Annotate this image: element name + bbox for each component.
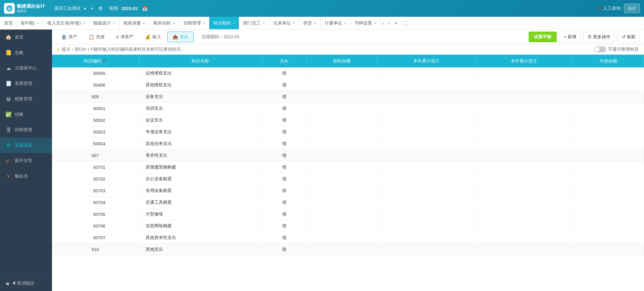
cell-direction: 借: [262, 79, 306, 91]
tab-counterpart-label: 往来单位: [273, 20, 291, 26]
table-row[interactable]: 50707 其他资本性支出 借: [52, 232, 644, 244]
cell-code: 50406: [52, 79, 139, 91]
sidebar-item-cloud-report[interactable]: ☁ 云报表中心: [0, 60, 52, 76]
tab-period-end[interactable]: 期末结转 ×: [149, 17, 179, 30]
sidebar-item-archive[interactable]: 🗄 归档管理: [0, 122, 52, 138]
cell-ytd-debit: [377, 79, 475, 91]
cell-ytd-credit: [475, 114, 573, 126]
tab-mid-period[interactable]: ई(中期) ×: [17, 17, 43, 30]
sub-tab-expense-label: 支出: [180, 34, 189, 40]
tab-template[interactable]: 模版设计 ×: [89, 17, 119, 30]
sidebar-item-close-account[interactable]: ✅ 结账: [0, 107, 52, 122]
sub-tab-liabilities[interactable]: 📋 负债: [84, 32, 110, 42]
tab-inventory[interactable]: 存货 ×: [299, 17, 320, 30]
table-body: 50405 运维维权支出 借 50406 其他维权支出 借 505 业务支出 借…: [52, 67, 644, 255]
sidebar-item-invoice[interactable]: 🧾 发票管理: [0, 76, 52, 91]
tab-inventory-close[interactable]: ×: [314, 21, 316, 25]
iam-badge[interactable]: iAM *: [534, 20, 556, 30]
tab-archive-close[interactable]: ×: [203, 21, 205, 25]
tab-mid-period-label: ई(中期): [21, 20, 35, 26]
tab-tax-table-close[interactable]: ×: [143, 21, 145, 25]
cell-code: 50502: [52, 114, 139, 126]
cell-year-start-balance: [573, 161, 644, 173]
table-row[interactable]: 50704 交通工具购置 借: [52, 197, 644, 208]
member-icon: V: [5, 174, 11, 178]
tab-counterpart-close[interactable]: ×: [293, 21, 295, 25]
tab-subject-init[interactable]: 科目期初 ×: [209, 17, 239, 30]
sub-tab-equity-label: 净资产: [120, 34, 133, 40]
table-row[interactable]: 505 业务支出 借: [52, 91, 644, 103]
table-row[interactable]: 510 其他支出 借: [52, 244, 644, 255]
table-row[interactable]: 50701 房屋建筑物购建 借: [52, 161, 644, 173]
toolbar-right: 试算平衡 + 新增 ☰ 更多操作 ↺ 刷新: [529, 32, 640, 42]
toggle-knob: [595, 47, 599, 52]
sidebar: 🏠 首页 📒 总账 ☁ 云报表中心 🧾 发票管理 🏛 税务管理 ✅ 结账 🗄 归…: [0, 30, 52, 291]
tab-archive-mgmt[interactable]: 归档管理 ×: [179, 17, 209, 30]
tab-tax-table[interactable]: 税表清册 ×: [119, 17, 149, 30]
add-company-btn[interactable]: ＋: [90, 5, 95, 12]
table-row[interactable]: 50703 专用设备购置 借: [52, 185, 644, 197]
tab-next-btn[interactable]: ›: [386, 17, 392, 30]
tab-period-end-close[interactable]: ×: [173, 21, 175, 25]
add-btn[interactable]: + 新增: [559, 32, 581, 42]
cell-opening-balance: [306, 185, 377, 197]
tab-home[interactable]: 首页: [0, 17, 17, 30]
balance-btn[interactable]: 试算平衡: [529, 32, 557, 42]
table-row[interactable]: 50502 会议支出 借: [52, 114, 644, 126]
calendar-icon[interactable]: 📅: [142, 6, 148, 11]
tab-mid-period-close[interactable]: ×: [37, 21, 39, 25]
sub-tab-equity[interactable]: ≡ 净资产: [111, 32, 139, 42]
cell-name: 培训支出: [139, 103, 262, 114]
disable-toggle[interactable]: [594, 46, 606, 52]
help-btn[interactable]: 🎧 人工咨询: [596, 5, 621, 11]
table-row[interactable]: 50705 大型修缮 借: [52, 208, 644, 220]
table-row[interactable]: 50405 运维维权支出 借: [52, 67, 644, 79]
tab-income-annual-close[interactable]: ×: [83, 21, 85, 25]
table-row[interactable]: 50504 其他业务支出 借: [52, 138, 644, 150]
table-row[interactable]: 507 资本性支出 借: [52, 150, 644, 161]
cell-ytd-debit: [377, 232, 475, 244]
table-row[interactable]: 50501 培训支出 借: [52, 103, 644, 114]
tab-income-annual[interactable]: 收入支出表(年报) ×: [43, 17, 89, 30]
tab-currency[interactable]: 币种设置 ×: [351, 17, 380, 30]
sidebar-item-member[interactable]: V 畅会员: [0, 168, 52, 184]
tab-dept-staff-close[interactable]: ×: [263, 21, 265, 25]
account-btn[interactable]: 会计: [624, 4, 640, 13]
sidebar-collapse-btn[interactable]: ◀ ◀ 取消固定: [0, 275, 52, 291]
sub-tab-assets[interactable]: 🏦 资产: [56, 32, 82, 42]
sub-tab-income[interactable]: 💰 收入: [140, 32, 166, 42]
table-row[interactable]: 50406 其他维权支出 借: [52, 79, 644, 91]
tab-unit-close[interactable]: ×: [344, 21, 346, 25]
refresh-icon: ↺: [622, 34, 626, 39]
liabilities-icon: 📋: [89, 34, 94, 40]
sidebar-item-guide[interactable]: 🎓 新手引导: [0, 153, 52, 168]
column-settings-icon[interactable]: ⚙: [103, 58, 107, 63]
more-btn[interactable]: ☰ 更多操作: [583, 32, 615, 42]
cell-ytd-credit: [475, 79, 573, 91]
sidebar-item-tax[interactable]: 🏛 税务管理: [0, 91, 52, 107]
sidebar-item-home[interactable]: 🏠 首页: [0, 30, 52, 45]
table-row[interactable]: 50706 信息网络购建 借: [52, 220, 644, 232]
cell-name: 房屋建筑物购建: [139, 161, 262, 173]
tab-counterpart[interactable]: 往来单位 ×: [269, 17, 299, 30]
tab-close-all-btn[interactable]: ×: [392, 17, 400, 30]
sidebar-item-ledger[interactable]: 📒 总账: [0, 45, 52, 60]
cell-ytd-credit: [475, 208, 573, 220]
tab-currency-close[interactable]: ×: [374, 21, 376, 25]
settings-btn[interactable]: ⚙: [98, 5, 103, 11]
sidebar-item-basic-settings[interactable]: ⚙ 基础设置: [0, 138, 52, 153]
tab-expand-btn[interactable]: ⛶: [400, 17, 410, 30]
cell-ytd-credit: [475, 173, 573, 185]
table-row[interactable]: 50503 专项业务支出 借: [52, 126, 644, 138]
tab-subject-init-close[interactable]: ×: [233, 21, 235, 25]
cell-year-start-balance: [573, 126, 644, 138]
refresh-btn[interactable]: ↺ 刷新: [618, 32, 640, 42]
tab-dept-staff[interactable]: 部门员工 ×: [239, 17, 269, 30]
logo-icon: 会: [4, 3, 15, 14]
tab-unit[interactable]: 计量单位 ×: [321, 17, 351, 30]
tab-template-close[interactable]: ×: [113, 21, 115, 25]
company-dropdown-btn[interactable]: ▾: [84, 6, 86, 11]
sub-tab-expense[interactable]: 📤 支出: [167, 32, 194, 42]
table-row[interactable]: 50702 办公设备购置 借: [52, 173, 644, 185]
tab-prev-btn[interactable]: ‹: [381, 17, 386, 30]
